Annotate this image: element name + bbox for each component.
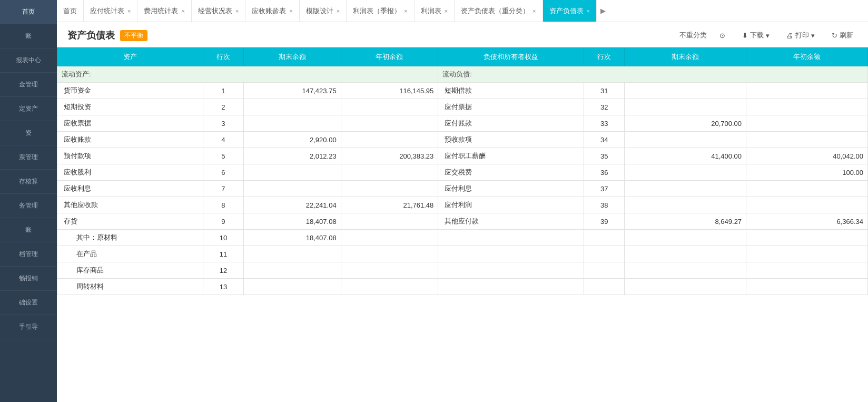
page-title-area: 资产负债表 不平衡 [67,29,147,42]
close-icon[interactable]: × [289,8,292,14]
asset-year-start [341,262,438,279]
print-button[interactable]: 🖨 打印 ▾ [782,28,819,42]
liability-line-num [584,279,625,295]
asset-line-num: 9 [203,213,244,230]
tab-balance-reclassified[interactable]: 资产负债表（重分类）× [455,0,542,22]
asset-label: 货币资金 [57,83,203,99]
sidebar-item-settings[interactable]: 础设置 [0,291,57,315]
asset-label: 在产品 [57,246,203,262]
download-button[interactable]: ⬇ 下载 ▾ [738,28,774,42]
liability-year-start [746,83,868,99]
asset-label: 应收账款 [57,132,203,148]
asset-period-end: 147,423.75 [243,83,341,99]
asset-label: 应收利息 [57,181,203,197]
close-icon[interactable]: × [127,8,131,14]
asset-period-end: 2,920.00 [243,132,341,148]
sidebar-item-guide[interactable]: 手引导 [0,315,57,339]
tab-income-quarterly[interactable]: 利润表（季报）× [347,0,414,22]
asset-period-end [243,181,341,197]
asset-period-end: 18,407.08 [243,213,341,230]
tab-home[interactable]: 首页 [57,0,84,22]
liability-year-start [746,246,868,262]
tab-scroll-right[interactable]: ▶ [597,0,609,22]
liability-year-start [746,279,868,295]
liability-label: 应付票据 [438,99,584,115]
col-period-end: 期末余额 [243,48,341,66]
section-left: 流动资产: [57,66,438,83]
close-icon[interactable]: × [235,8,239,14]
sidebar-item-capital[interactable]: 资 [0,121,57,145]
liability-label: 应付利润 [438,197,584,213]
sidebar-item-reports[interactable]: 报表中心 [0,48,57,73]
liability-period-end: 8,649.27 [625,213,746,230]
liability-period-end [625,164,746,181]
asset-year-start [341,246,438,262]
tab-ap-stats[interactable]: 应付统计表× [84,0,137,22]
asset-label: 预付款项 [57,148,203,164]
liability-label: 预收款项 [438,132,584,148]
sidebar-item-ledger[interactable]: 账 [0,218,57,242]
chevron-down-icon: ▾ [811,32,815,40]
liability-period-end [625,99,746,115]
non-reclassify-label: 不重分类 [679,31,707,40]
close-icon[interactable]: × [337,8,340,14]
tab-ar-aging[interactable]: 应收账龄表× [245,0,299,22]
liability-label: 应交税费 [438,164,584,181]
sidebar-item-inventory[interactable]: 存核算 [0,170,57,194]
close-icon[interactable]: × [445,8,448,14]
asset-line-num: 2 [203,99,244,115]
liability-line-num: 34 [584,132,625,148]
liability-line-num: 36 [584,164,625,181]
tab-ops-status[interactable]: 经营状况表× [192,0,245,22]
tab-income[interactable]: 利润表× [415,0,455,22]
sidebar-item-expense[interactable]: 畅报销 [0,267,57,291]
asset-label: 应收票据 [57,115,203,132]
liability-line-num [584,246,625,262]
asset-period-end [243,246,341,262]
sidebar-item-archive[interactable]: 档管理 [0,242,57,267]
asset-year-start [341,99,438,115]
close-icon[interactable]: × [404,8,407,14]
liability-year-start [746,132,868,148]
liability-line-num: 33 [584,115,625,132]
main-area: 首页 应付统计表× 费用统计表× 经营状况表× 应收账龄表× 模版设计× 利润表… [57,0,868,402]
liability-year-start: 40,042.00 [746,148,868,164]
sidebar-item-fixed-asset[interactable]: 定资产 [0,97,57,121]
close-icon[interactable]: × [181,8,184,14]
liability-label [438,230,584,246]
sidebar-item-debt[interactable]: 务管理 [0,194,57,218]
asset-year-start [341,132,438,148]
help-button[interactable]: ⊙ [715,30,729,42]
liability-period-end [625,230,746,246]
close-icon[interactable]: × [587,8,590,14]
sidebar-item-fund[interactable]: 金管理 [0,73,57,97]
col-line-num: 行次 [203,48,244,66]
page-title: 资产负债表 [67,29,115,42]
asset-period-end [243,115,341,132]
asset-year-start [341,115,438,132]
asset-year-start [341,230,438,246]
asset-period-end [243,164,341,181]
refresh-button[interactable]: ↻ 刷新 [827,28,857,42]
sidebar-item-home[interactable]: 首页 [0,0,57,24]
tab-balance[interactable]: 资产负债表× [543,0,597,22]
liability-line-num: 31 [584,83,625,99]
liability-period-end [625,262,746,279]
asset-label: 其他应收款 [57,197,203,213]
toolbar-right: 不重分类 ⊙ ⬇ 下载 ▾ 🖨 打印 ▾ ↻ 刷新 [679,28,857,42]
close-icon[interactable]: × [532,8,536,14]
col-asset: 资产 [57,48,203,66]
tab-expense-stats[interactable]: 费用统计表× [137,0,191,22]
tab-template-design[interactable]: 模版设计× [300,0,347,22]
asset-label: 周转材料 [57,279,203,295]
asset-label: 短期投资 [57,99,203,115]
asset-label: 库存商品 [57,262,203,279]
liability-period-end [625,197,746,213]
liability-label: 短期借款 [438,83,584,99]
asset-line-num: 1 [203,83,244,99]
asset-year-start [341,213,438,230]
sidebar-item-account[interactable]: 账 [0,24,57,48]
asset-period-end [243,279,341,295]
sidebar-item-invoice[interactable]: 票管理 [0,145,57,170]
liability-label [438,246,584,262]
